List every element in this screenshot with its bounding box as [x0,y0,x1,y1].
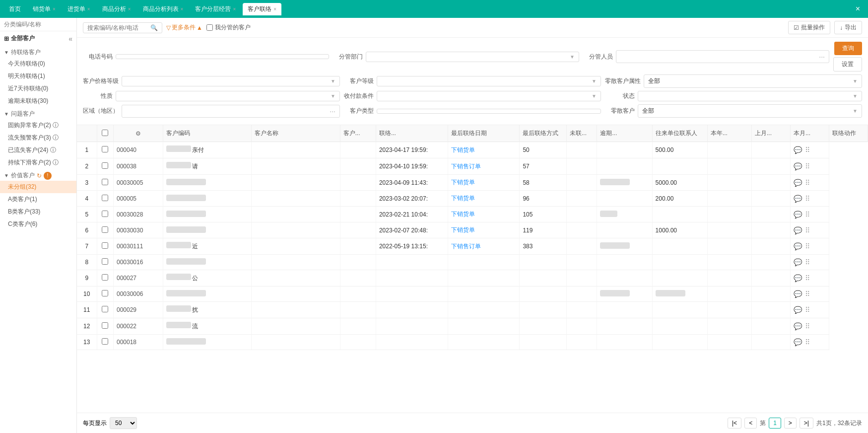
last-page-btn[interactable]: >| [800,418,813,429]
phone-input[interactable] [116,54,329,59]
tab-purchase[interactable]: 进货单 × [63,3,95,15]
chat-icon[interactable]: 💬 [794,322,802,330]
chat-icon[interactable]: 💬 [794,195,802,203]
retail-customer-input[interactable]: 全部▼ [638,104,862,118]
price-level-input[interactable]: ▼ [122,76,340,86]
my-customers-checkbox[interactable] [206,24,213,31]
last-method-link[interactable]: 下销售订单 [451,243,481,250]
sidebar-item-overdue-pending[interactable]: 逾期未联络(30) [0,95,76,107]
row-checkbox[interactable] [102,226,108,233]
first-page-btn[interactable]: |< [728,418,741,429]
row-checkbox[interactable] [102,306,108,312]
my-customers-filter[interactable]: 我分管的客户 [206,23,251,32]
cell-check[interactable] [97,270,113,287]
row-checkbox[interactable] [102,195,108,201]
cell-check[interactable] [97,175,113,191]
last-method-link[interactable]: 下销货单 [451,226,475,233]
last-method-link[interactable]: 下销售订单 [451,163,481,170]
close-tab-purchase[interactable]: × [87,6,90,12]
cell-check[interactable] [97,207,113,222]
cell-check[interactable] [97,238,113,255]
search-input[interactable] [87,24,148,31]
more-conditions-btn[interactable]: ▽ 更多条件 ▲ [166,23,202,32]
cell-check[interactable] [97,158,113,175]
menu-icon[interactable]: ⠿ [805,274,810,282]
close-tab-customer-seg[interactable]: × [233,6,236,12]
chat-icon[interactable]: 💬 [794,338,802,346]
row-checkbox[interactable] [102,146,108,152]
cell-check[interactable] [97,191,113,207]
tab-customer-contact[interactable]: 客户联络 × [243,3,281,15]
col-header-gear[interactable]: ⚙ [113,125,163,142]
col-header-check[interactable] [97,125,113,142]
payment-input[interactable]: ▼ [377,91,601,101]
chat-icon[interactable]: 💬 [794,274,802,282]
row-checkbox[interactable] [102,162,108,169]
menu-icon[interactable]: ⠿ [805,338,810,346]
row-checkbox[interactable] [102,322,108,329]
menu-icon[interactable]: ⠿ [805,162,810,170]
tab-home[interactable]: 首页 [4,3,26,15]
menu-icon[interactable]: ⠿ [805,179,810,187]
close-tab-customer-contact[interactable]: × [273,6,276,12]
tab-sales[interactable]: 销货单 × [28,3,61,15]
sidebar-item-class-b[interactable]: B类客户(33) [0,206,76,218]
current-page[interactable]: 1 [769,418,781,429]
menu-icon[interactable]: ⠿ [805,306,810,314]
last-method-link[interactable]: 下销货单 [451,195,475,202]
collapse-sidebar-btn[interactable]: « [68,35,72,43]
chat-icon[interactable]: 💬 [794,306,802,314]
menu-icon[interactable]: ⠿ [805,322,810,330]
row-checkbox[interactable] [102,290,108,296]
sidebar-item-class-c[interactable]: C类客户(6) [0,218,76,230]
sidebar-item-7day-pending[interactable]: 近7天待联络(0) [0,82,76,95]
cell-check[interactable] [97,318,113,335]
select-all-checkbox[interactable] [102,130,108,136]
cell-check[interactable] [97,255,113,270]
prev-page-btn[interactable]: < [744,418,757,429]
cell-check[interactable] [97,222,113,238]
chat-icon[interactable]: 💬 [794,290,802,298]
menu-icon[interactable]: ⠿ [805,146,810,154]
sidebar-item-class-a[interactable]: A类客户(1) [0,193,76,206]
gender-input[interactable]: ▼ [116,91,340,101]
customer-type-input[interactable] [377,109,601,114]
reset-button[interactable]: 设置 [833,57,862,72]
customer-level-input[interactable]: ▼ [377,76,601,86]
dept-input[interactable]: ▼ [366,52,579,62]
sidebar-item-churn-warning[interactable]: 流失预警客户(3) ⓘ [0,132,76,144]
last-method-link[interactable]: 下销货单 [451,179,475,186]
close-tab-sales[interactable]: × [53,6,56,12]
sidebar-item-declining[interactable]: 持续下滑客户(2) ⓘ [0,156,76,169]
cell-check[interactable] [97,287,113,302]
menu-icon[interactable]: ⠿ [805,242,810,250]
tab-product-analysis-list[interactable]: 商品分析列表 × [138,3,189,15]
sidebar-item-churned[interactable]: 已流失客户(24) ⓘ [0,144,76,156]
cell-check[interactable] [97,142,113,158]
sidebar-item-ungroup[interactable]: 未分组(32) [0,181,76,193]
window-close-button[interactable]: × [852,4,864,13]
chat-icon[interactable]: 💬 [794,211,802,218]
sidebar-search-input[interactable] [4,21,77,28]
pending-expand-icon[interactable] [4,50,9,55]
all-customers-header[interactable]: ⊞ 全部客户 « [0,31,76,46]
last-method-link[interactable]: 下销货单 [451,211,475,217]
last-method-link[interactable]: 下销货单 [451,146,475,153]
menu-icon[interactable]: ⠿ [805,258,810,266]
next-page-btn[interactable]: > [784,418,797,429]
problem-expand-icon[interactable] [4,111,9,117]
close-tab-product-list[interactable]: × [181,6,184,12]
export-btn[interactable]: ↓ 导出 [834,21,862,34]
sidebar-item-tomorrow-pending[interactable]: 明天待联络(1) [0,70,76,82]
retail-attr-input[interactable]: 全部▼ [644,74,862,88]
search-icon[interactable]: 🔍 [150,24,158,31]
batch-action-btn[interactable]: ☑ 批量操作 [788,21,830,34]
menu-icon[interactable]: ⠿ [805,290,810,298]
row-checkbox[interactable] [102,242,108,249]
search-box[interactable]: 🔍 [83,22,162,33]
chat-icon[interactable]: 💬 [794,226,802,234]
menu-icon[interactable]: ⠿ [805,226,810,234]
manager-input[interactable]: ··· [616,50,829,63]
chat-icon[interactable]: 💬 [794,162,802,170]
row-checkbox[interactable] [102,211,108,217]
